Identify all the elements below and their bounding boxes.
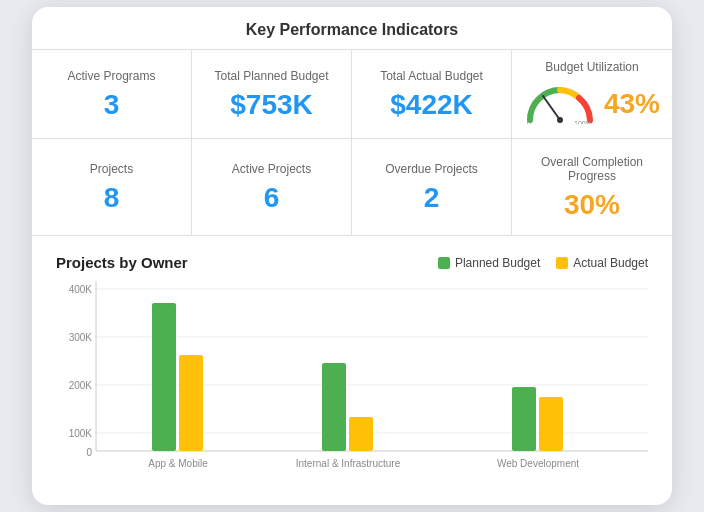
svg-text:100%: 100% [574, 120, 592, 124]
legend-planned-label: Planned Budget [455, 256, 540, 270]
legend-planned: Planned Budget [438, 256, 540, 270]
kpi-actual-budget-label: Total Actual Budget [380, 69, 483, 83]
chart-section: Projects by Owner Planned Budget Actual … [32, 236, 672, 481]
card-header: Key Performance Indicators [32, 7, 672, 50]
legend-actual-label: Actual Budget [573, 256, 648, 270]
bar-web-planned [512, 387, 536, 451]
y-label-300k: 300K [69, 332, 93, 343]
gauge-svg: 0 100% [524, 80, 596, 124]
kpi-budget-utilization-label: Budget Utilization [545, 60, 638, 74]
legend-actual-dot [556, 257, 568, 269]
kpi-completion-progress-label: Overall Completion Progress [520, 155, 664, 183]
bar-chart-svg: 400K 300K 200K 100K 0 App & Mobile [92, 281, 648, 471]
kpi-completion-progress-value: 30% [564, 189, 620, 221]
svg-line-0 [543, 96, 560, 120]
x-label-app-mobile: App & Mobile [148, 458, 208, 469]
kpi-active-programs-label: Active Programs [67, 69, 155, 83]
chart-title: Projects by Owner [56, 254, 188, 271]
svg-point-1 [557, 117, 563, 123]
kpi-active-projects-value: 6 [264, 182, 280, 214]
kpi-active-programs-value: 3 [104, 89, 120, 121]
y-label-200k: 200K [69, 380, 93, 391]
chart-legend: Planned Budget Actual Budget [438, 256, 648, 270]
kpi-planned-budget: Total Planned Budget $753K [192, 50, 352, 138]
kpi-completion-progress: Overall Completion Progress 30% [512, 139, 672, 235]
bar-app-mobile-actual [179, 355, 203, 451]
kpi-overdue-projects-value: 2 [424, 182, 440, 214]
kpi-overdue-projects-label: Overdue Projects [385, 162, 478, 176]
kpi-row-1: Active Programs 3 Total Planned Budget $… [32, 50, 672, 139]
card-title: Key Performance Indicators [246, 21, 459, 38]
bar-web-actual [539, 397, 563, 451]
gauge-chart: 0 100% [524, 80, 596, 128]
kpi-overdue-projects: Overdue Projects 2 [352, 139, 512, 235]
kpi-projects: Projects 8 [32, 139, 192, 235]
kpi-active-projects-label: Active Projects [232, 162, 311, 176]
kpi-row-2: Projects 8 Active Projects 6 Overdue Pro… [32, 139, 672, 236]
x-label-internal: Internal & Infrastructure [296, 458, 401, 469]
y-label-0: 0 [86, 447, 92, 458]
dashboard-card: Key Performance Indicators Active Progra… [32, 7, 672, 505]
chart-header: Projects by Owner Planned Budget Actual … [56, 254, 648, 271]
kpi-projects-value: 8 [104, 182, 120, 214]
bar-internal-actual [349, 417, 373, 451]
kpi-active-projects: Active Projects 6 [192, 139, 352, 235]
bar-internal-planned [322, 363, 346, 451]
kpi-active-programs: Active Programs 3 [32, 50, 192, 138]
kpi-actual-budget: Total Actual Budget $422K [352, 50, 512, 138]
gauge-wrapper: 0 100% 43% [524, 80, 660, 128]
x-label-web: Web Development [497, 458, 579, 469]
kpi-planned-budget-label: Total Planned Budget [214, 69, 328, 83]
chart-canvas: 400K 300K 200K 100K 0 App & Mobile [56, 281, 648, 481]
kpi-budget-utilization-value: 43% [604, 88, 660, 120]
y-label-400k: 400K [69, 284, 93, 295]
kpi-planned-budget-value: $753K [230, 89, 313, 121]
legend-planned-dot [438, 257, 450, 269]
kpi-actual-budget-value: $422K [390, 89, 473, 121]
legend-actual: Actual Budget [556, 256, 648, 270]
kpi-budget-utilization: Budget Utilization [512, 50, 672, 138]
bar-app-mobile-planned [152, 303, 176, 451]
kpi-projects-label: Projects [90, 162, 133, 176]
y-label-100k: 100K [69, 428, 93, 439]
svg-text:0: 0 [527, 120, 531, 124]
